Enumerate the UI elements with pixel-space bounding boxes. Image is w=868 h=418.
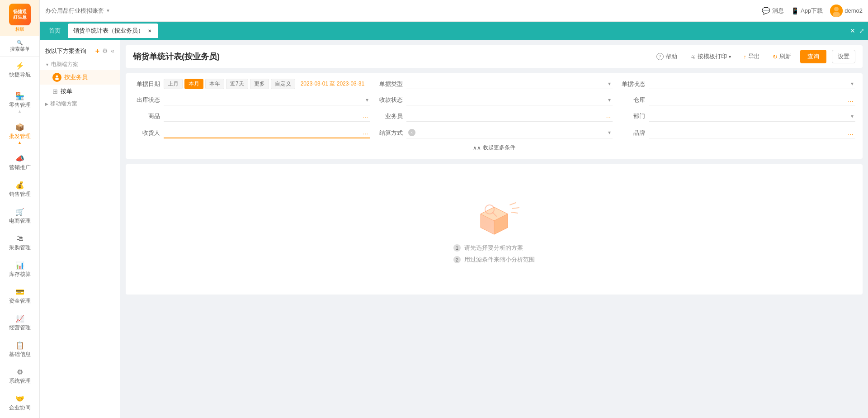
tab-sales-stat[interactable]: 销货单统计表（按业务员） ✕ [68, 24, 158, 38]
collapse-row: ∧∧ 收起更多条件 [133, 142, 855, 153]
salesperson-input[interactable]: … [406, 111, 613, 122]
quicknav-label: 快捷导航 [9, 71, 31, 79]
inventory-label: 库存核算 [9, 271, 31, 278]
tree-group-label: 电脑端方案 [51, 61, 78, 68]
doc-type-label: 单据类型 [376, 80, 403, 88]
query-button[interactable]: 查询 [800, 50, 826, 63]
refresh-label: 刷新 [779, 52, 791, 61]
empty-illustration [467, 191, 521, 237]
ecommerce-label: 电商管理 [9, 217, 31, 225]
date-range-text: 2023-03-01 至 2023-03-31 [301, 80, 364, 88]
doc-status-label: 单据状态 [618, 80, 645, 88]
step1-number: 1 [453, 244, 461, 252]
receiver-filter-cell: 收货人 … [133, 127, 370, 138]
template-print-button[interactable]: 🖨 按模板打印 ▾ [686, 51, 735, 62]
doc-type-select[interactable]: ▾ [406, 79, 613, 89]
svg-line-9 [512, 208, 519, 209]
sidebar-item-wholesale[interactable]: 📦 批发管理 ▲ [0, 118, 39, 149]
left-panel-title: 按以下方案查询 [45, 47, 86, 55]
date-btn-custom[interactable]: 自定义 [271, 79, 295, 89]
goods-ellipsis-icon: … [363, 113, 368, 119]
svg-line-10 [511, 212, 518, 213]
tab-close-all-icon[interactable]: ✕ [850, 27, 855, 34]
app-download-button[interactable]: 📱 App下载 [791, 7, 823, 15]
doc-status-select[interactable]: ▾ [649, 79, 855, 89]
filter-row-2: 出库状态 ▾ 收款状态 ▾ 仓库 … [133, 95, 855, 105]
settlement-select[interactable]: × ▾ [406, 127, 613, 138]
date-btn-this-year[interactable]: 本年 [205, 79, 224, 89]
receiver-input[interactable]: … [164, 127, 370, 138]
tree-group-mobile[interactable]: ▶ 移动端方案 [40, 98, 120, 109]
refresh-button[interactable]: ↻ 刷新 [769, 51, 795, 62]
sidebar-item-sales[interactable]: 💰 销售管理 [0, 176, 39, 203]
collapse-panel-icon[interactable]: « [111, 47, 114, 55]
add-scheme-icon[interactable]: + [95, 47, 99, 55]
sidebar-item-procurement[interactable]: 🛍 采购管理 [0, 229, 39, 256]
brand-input[interactable]: … [649, 128, 855, 138]
wholesale-label: 批发管理 [9, 133, 31, 140]
search-menu-item[interactable]: 🔍 搜索菜单 [0, 36, 39, 57]
goods-input[interactable]: … [164, 111, 370, 122]
sidebar-item-system[interactable]: ⚙ 系统管理 [0, 363, 39, 390]
date-btn-last-month[interactable]: 上月 [164, 79, 183, 89]
search-menu-label: 搜索菜单 [10, 46, 30, 52]
settlement-tag-close-icon[interactable]: × [408, 129, 415, 136]
sidebar-item-inventory[interactable]: 📊 库存核算 [0, 256, 39, 283]
svg-point-1 [834, 7, 839, 11]
goods-filter-cell: 商品 … [133, 111, 370, 122]
doc-type-filter-cell: 单据类型 ▾ [376, 79, 613, 89]
salesperson-filter-cell: 业务员 … [376, 111, 613, 122]
date-btn-this-month[interactable]: 本月 [184, 79, 203, 89]
sidebar-item-quicknav[interactable]: ⚡ 快捷导航 [0, 57, 39, 83]
out-status-select[interactable]: ▾ [164, 95, 370, 105]
filter-area: 单据日期 上月 本月 本年 近7天 更多 自定义 2023-03-01 至 20… [126, 73, 863, 159]
sidebar-item-marketing[interactable]: 📣 营销推广 [0, 149, 39, 176]
basic-icon: 📋 [15, 341, 24, 350]
page-actions: ? 帮助 🖨 按模板打印 ▾ ↑ 导出 ↻ 刷新 [653, 50, 856, 63]
app-selector[interactable]: 办公用品行业模拟账套 ▼ [45, 7, 110, 15]
collapse-button[interactable]: ∧∧ 收起更多条件 [467, 142, 521, 153]
tab-expand-icon[interactable]: ⤢ [859, 27, 864, 34]
enterprise-icon: 🤝 [15, 394, 24, 403]
page-header: 销货单统计表(按业务员) ? 帮助 🖨 按模板打印 ▾ ↑ 导出 [126, 45, 863, 68]
message-button[interactable]: 💬 消息 [762, 7, 784, 15]
date-filter-cell: 单据日期 上月 本月 本年 近7天 更多 自定义 2023-03-01 至 20… [133, 79, 370, 89]
settings-scheme-icon[interactable]: ⚙ [102, 47, 108, 55]
retail-arrow: ▲ [18, 109, 22, 114]
sidebar-item-enterprise[interactable]: 🤝 企业协同 [0, 390, 39, 416]
tab-home[interactable]: 首页 [43, 24, 66, 38]
user-avatar-area[interactable]: demo2 [830, 5, 863, 17]
user-avatar [830, 5, 843, 17]
tree-item-by-order-icon: ⊞ [52, 88, 58, 95]
department-arrow-icon: ▾ [851, 113, 854, 119]
tab-close-icon[interactable]: ✕ [146, 28, 153, 34]
help-button[interactable]: ? 帮助 [653, 51, 681, 62]
sidebar-item-finance[interactable]: 💳 资金管理 [0, 283, 39, 309]
settings-button[interactable]: 设置 [832, 50, 855, 63]
template-print-arrow-icon: ▾ [729, 54, 731, 59]
warehouse-input[interactable]: … [649, 95, 855, 105]
message-label: 消息 [772, 7, 784, 15]
basic-label: 基础信息 [9, 351, 31, 358]
tree-group-desktop[interactable]: ▼ 电脑端方案 [40, 59, 120, 70]
topbar: 办公用品行业模拟账套 ▼ 💬 消息 📱 App下载 [40, 0, 868, 22]
sidebar-item-operations[interactable]: 📈 经营管理 [0, 309, 39, 336]
department-select[interactable]: ▾ [649, 111, 855, 122]
doc-type-arrow-icon: ▾ [608, 81, 611, 87]
sidebar-item-basic[interactable]: 📋 基础信息 [0, 336, 39, 363]
date-btn-more[interactable]: 更多 [250, 79, 269, 89]
settlement-filter-cell: 结算方式 × ▾ [376, 127, 613, 138]
payment-status-filter-cell: 收款状态 ▾ [376, 95, 613, 105]
payment-status-select[interactable]: ▾ [406, 95, 613, 105]
sidebar-item-ecommerce[interactable]: 🛒 电商管理 [0, 203, 39, 229]
export-button[interactable]: ↑ 导出 [740, 51, 764, 62]
tree-item-by-order[interactable]: ⊞ 按单 [40, 85, 120, 98]
date-btn-7days[interactable]: 近7天 [226, 79, 248, 89]
marketing-icon: 📣 [15, 154, 24, 163]
sidebar-item-newbie[interactable]: 🎯 新手引导 [0, 416, 39, 418]
tree-item-by-salesperson[interactable]: 按业务员 [40, 70, 120, 85]
date-options: 上月 本月 本年 近7天 更多 自定义 [164, 79, 295, 89]
sidebar-item-retail[interactable]: 🏪 零售管理 ▲ [0, 87, 39, 118]
logo-text: 畅捷通好生意 [13, 9, 27, 20]
retail-icon: 🏪 [15, 91, 24, 100]
